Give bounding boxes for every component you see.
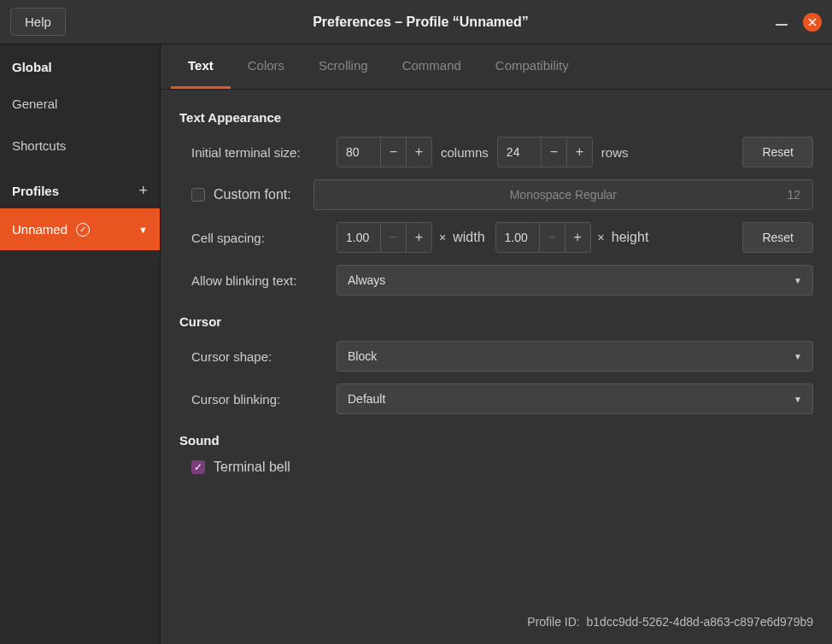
columns-spinner[interactable]: 80 − + bbox=[337, 137, 432, 167]
font-size: 12 bbox=[787, 188, 800, 202]
columns-plus-icon[interactable]: + bbox=[406, 138, 431, 167]
custom-font-checkbox[interactable] bbox=[191, 188, 205, 202]
cell-width-spinner[interactable]: 1.00 − + bbox=[337, 222, 432, 253]
cursor-shape-row: Cursor shape: Block ▼ bbox=[179, 341, 813, 372]
rows-label: rows bbox=[601, 145, 629, 160]
cursor-blinking-row: Cursor blinking: Default ▼ bbox=[179, 383, 813, 414]
minimize-icon[interactable] bbox=[776, 24, 788, 26]
tab-colors[interactable]: Colors bbox=[231, 44, 302, 89]
profile-menu-icon[interactable]: ▼ bbox=[138, 225, 148, 235]
cursor-shape-value: Block bbox=[348, 349, 377, 363]
custom-font-row: Custom font: Monospace Regular 12 bbox=[179, 179, 813, 210]
text-appearance-heading: Text Appearance bbox=[179, 110, 813, 125]
sidebar-global-header: Global bbox=[0, 44, 160, 83]
sound-heading: Sound bbox=[179, 433, 813, 448]
sidebar-item-shortcuts[interactable]: Shortcuts bbox=[0, 125, 160, 167]
initial-size-label: Initial terminal size: bbox=[191, 145, 337, 160]
cursor-shape-label: Cursor shape: bbox=[191, 349, 337, 364]
font-selector-button[interactable]: Monospace Regular 12 bbox=[313, 179, 813, 210]
allow-blink-label: Allow blinking text: bbox=[191, 273, 337, 288]
window-title: Preferences – Profile “Unnamed” bbox=[66, 15, 776, 30]
cell-height-spinner[interactable]: 1.00 − + bbox=[495, 222, 591, 253]
profiles-label: Profiles bbox=[12, 184, 59, 198]
profile-default-icon: ✓ bbox=[76, 223, 90, 237]
terminal-bell-row: ✓ Terminal bell bbox=[179, 460, 813, 475]
tabs: Text Colors Scrolling Command Compatibil… bbox=[161, 44, 832, 90]
cell-spacing-label: Cell spacing: bbox=[191, 231, 337, 245]
sidebar: Global General Shortcuts Profiles + Unna… bbox=[0, 44, 161, 644]
cell-width-value[interactable]: 1.00 bbox=[337, 231, 380, 244]
chevron-down-icon: ▼ bbox=[794, 352, 802, 361]
text-panel: Text Appearance Initial terminal size: 8… bbox=[161, 90, 832, 606]
cell-height-minus-icon[interactable]: − bbox=[539, 223, 565, 252]
cell-spacing-row: Cell spacing: 1.00 − + × width 1.00 − + … bbox=[179, 222, 813, 253]
cursor-blinking-label: Cursor blinking: bbox=[191, 392, 337, 407]
mult-icon: × bbox=[439, 231, 446, 244]
allow-blink-row: Allow blinking text: Always ▼ bbox=[179, 265, 813, 296]
custom-font-label: Custom font: bbox=[214, 187, 291, 202]
sidebar-profiles-header: Profiles + bbox=[0, 167, 160, 208]
rows-minus-icon[interactable]: − bbox=[541, 138, 566, 167]
cursor-blinking-value: Default bbox=[348, 392, 385, 406]
chevron-down-icon: ▼ bbox=[794, 395, 802, 404]
font-name: Monospace Regular bbox=[510, 188, 617, 202]
help-button[interactable]: Help bbox=[10, 8, 66, 36]
chevron-down-icon: ▼ bbox=[794, 276, 802, 285]
reset-spacing-button[interactable]: Reset bbox=[742, 222, 813, 253]
tab-compatibility[interactable]: Compatibility bbox=[478, 44, 586, 89]
mult-icon-2: × bbox=[598, 231, 605, 244]
footer: Profile ID: b1dcc9dd-5262-4d8d-a863-c897… bbox=[161, 606, 832, 644]
initial-size-row: Initial terminal size: 80 − + columns 24… bbox=[179, 137, 813, 167]
columns-value[interactable]: 80 bbox=[337, 145, 380, 159]
sidebar-item-general[interactable]: General bbox=[0, 83, 160, 125]
close-icon[interactable] bbox=[803, 13, 822, 32]
sidebar-item-unnamed[interactable]: Unnamed ✓ ▼ bbox=[0, 208, 160, 250]
allow-blink-value: Always bbox=[348, 273, 385, 287]
terminal-bell-label: Terminal bell bbox=[214, 460, 290, 475]
titlebar: Help Preferences – Profile “Unnamed” bbox=[0, 0, 832, 44]
terminal-bell-checkbox[interactable]: ✓ bbox=[191, 460, 205, 474]
reset-size-button[interactable]: Reset bbox=[742, 137, 813, 167]
allow-blink-dropdown[interactable]: Always ▼ bbox=[337, 265, 813, 296]
cursor-heading: Cursor bbox=[179, 314, 813, 329]
profile-id-label: Profile ID: bbox=[527, 615, 579, 629]
cell-width-plus-icon[interactable]: + bbox=[406, 223, 431, 252]
profile-name: Unnamed bbox=[12, 222, 67, 237]
cell-width-minus-icon[interactable]: − bbox=[380, 223, 406, 252]
cell-height-value[interactable]: 1.00 bbox=[496, 231, 539, 244]
height-label: height bbox=[612, 230, 649, 245]
columns-minus-icon[interactable]: − bbox=[380, 138, 406, 167]
add-profile-icon[interactable]: + bbox=[138, 182, 148, 200]
tab-command[interactable]: Command bbox=[385, 44, 478, 89]
profile-id-value: b1dcc9dd-5262-4d8d-a863-c897e6d979b9 bbox=[587, 615, 813, 629]
cell-height-plus-icon[interactable]: + bbox=[565, 223, 590, 252]
rows-value[interactable]: 24 bbox=[498, 145, 541, 159]
width-label: width bbox=[453, 230, 484, 245]
content: Text Colors Scrolling Command Compatibil… bbox=[161, 44, 832, 644]
tab-text[interactable]: Text bbox=[171, 44, 231, 89]
rows-spinner[interactable]: 24 − + bbox=[497, 137, 593, 167]
tab-scrolling[interactable]: Scrolling bbox=[302, 44, 385, 89]
cursor-shape-dropdown[interactable]: Block ▼ bbox=[337, 341, 813, 372]
cursor-blinking-dropdown[interactable]: Default ▼ bbox=[337, 383, 813, 414]
columns-label: columns bbox=[441, 145, 489, 160]
window-controls bbox=[776, 13, 822, 32]
rows-plus-icon[interactable]: + bbox=[566, 138, 592, 167]
